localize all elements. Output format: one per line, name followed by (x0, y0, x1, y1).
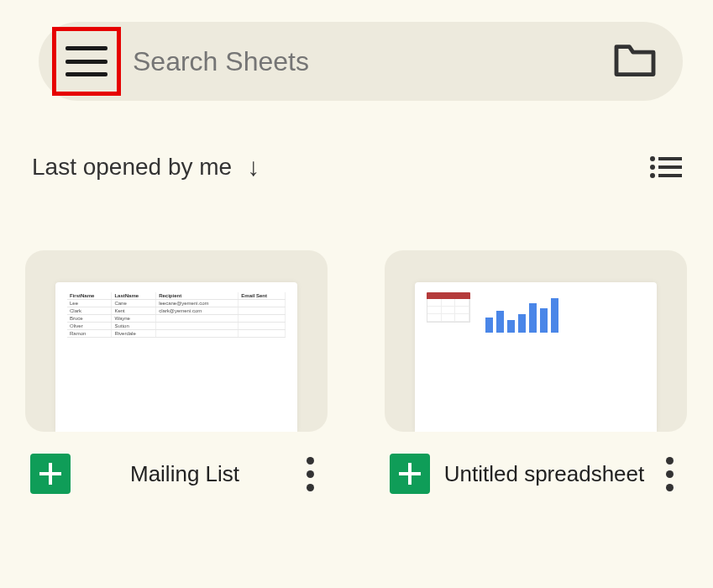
file-thumbnail (385, 250, 687, 432)
sort-label[interactable]: Last opened by me (32, 154, 232, 181)
file-name: Untitled spreadsheet (442, 460, 647, 488)
svg-rect-3 (658, 165, 682, 169)
menu-button-highlight (52, 27, 121, 96)
folder-icon[interactable] (612, 41, 658, 81)
file-thumbnail: FirstNameLastNameRecipientEmail Sent Lee… (25, 250, 328, 432)
sheets-app-icon (30, 454, 71, 494)
more-options-icon[interactable] (658, 457, 680, 491)
preview-table: FirstNameLastNameRecipientEmail Sent Lee… (67, 292, 286, 338)
more-options-icon[interactable] (299, 457, 321, 491)
search-bar (39, 22, 683, 101)
sort-arrow-down-icon[interactable]: ↓ (247, 153, 260, 181)
file-name: Mailing List (82, 460, 287, 488)
sort-row: Last opened by me ↓ (0, 101, 713, 181)
preview-mini-sheet (427, 292, 470, 333)
svg-rect-1 (658, 157, 682, 160)
sheets-app-icon (390, 454, 430, 494)
svg-point-2 (650, 165, 655, 170)
preview-chart (485, 292, 558, 333)
file-grid: FirstNameLastNameRecipientEmail Sent Lee… (0, 181, 713, 494)
list-view-icon[interactable] (649, 155, 683, 180)
file-card[interactable]: Untitled spreadsheet (385, 250, 687, 494)
svg-point-0 (650, 156, 655, 161)
menu-icon[interactable] (66, 46, 107, 76)
file-footer: Untitled spreadsheet (385, 432, 687, 494)
file-card[interactable]: FirstNameLastNameRecipientEmail Sent Lee… (25, 250, 328, 494)
search-input[interactable] (133, 46, 612, 77)
svg-rect-5 (658, 174, 682, 177)
file-footer: Mailing List (25, 432, 328, 494)
svg-point-4 (650, 173, 655, 178)
